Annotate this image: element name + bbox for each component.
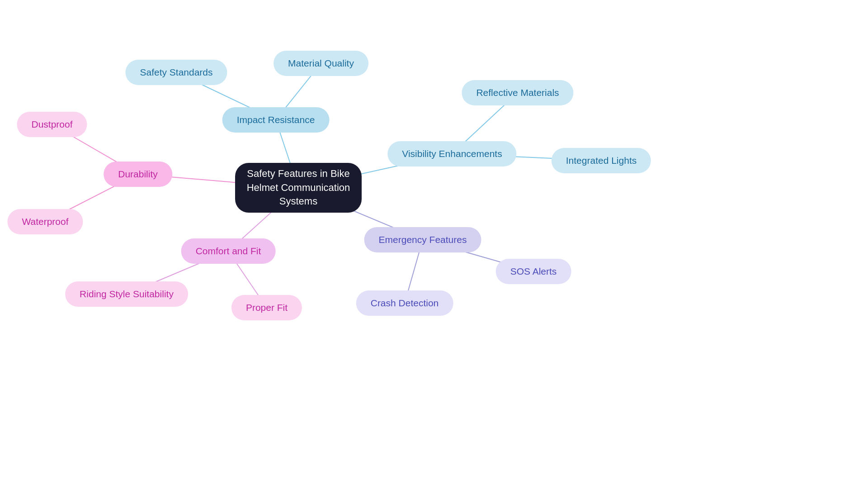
integrated-lights-node: Integrated Lights (552, 148, 651, 173)
material-quality-label: Material Quality (288, 58, 354, 69)
riding-style-label: Riding Style Suitability (80, 289, 174, 300)
waterproof-node: Waterproof (7, 209, 83, 234)
riding-style-node: Riding Style Suitability (65, 281, 188, 307)
crash-detection-label: Crash Detection (371, 298, 439, 309)
emergency-features-node: Emergency Features (364, 227, 481, 252)
sos-alerts-node: SOS Alerts (496, 259, 571, 284)
proper-fit-node: Proper Fit (231, 295, 302, 320)
sos-alerts-label: SOS Alerts (510, 266, 557, 277)
crash-detection-node: Crash Detection (356, 290, 453, 316)
center-node: Safety Features in Bike Helmet Communica… (235, 163, 362, 213)
durability-label: Durability (118, 169, 158, 180)
center-label: Safety Features in Bike Helmet Communica… (244, 167, 353, 209)
proper-fit-label: Proper Fit (246, 302, 288, 313)
impact-resistance-label: Impact Resistance (237, 114, 315, 125)
integrated-lights-label: Integrated Lights (566, 155, 637, 166)
visibility-enhancements-label: Visibility Enhancements (402, 148, 502, 159)
reflective-materials-label: Reflective Materials (476, 87, 559, 98)
durability-node: Durability (104, 162, 172, 187)
impact-resistance-node: Impact Resistance (222, 107, 330, 133)
reflective-materials-node: Reflective Materials (462, 80, 573, 105)
dustproof-label: Dustproof (31, 119, 72, 130)
comfort-fit-node: Comfort and Fit (181, 238, 276, 264)
material-quality-node: Material Quality (274, 51, 368, 76)
safety-standards-node: Safety Standards (125, 60, 227, 85)
emergency-features-label: Emergency Features (379, 234, 467, 245)
waterproof-label: Waterproof (22, 216, 68, 227)
dustproof-node: Dustproof (17, 112, 87, 137)
visibility-enhancements-node: Visibility Enhancements (387, 141, 516, 167)
comfort-fit-label: Comfort and Fit (196, 246, 261, 257)
safety-standards-label: Safety Standards (140, 67, 212, 78)
